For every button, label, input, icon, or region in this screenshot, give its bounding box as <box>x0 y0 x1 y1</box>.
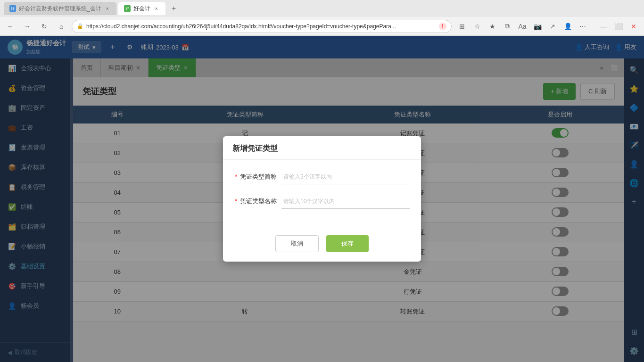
new-tab-button[interactable]: + <box>167 2 181 15</box>
minimize-button[interactable]: — <box>597 20 610 33</box>
full-name-input[interactable] <box>281 194 410 209</box>
form-row-short: * 凭证类型简称 <box>234 169 410 184</box>
modal-title: 新增凭证类型 <box>232 144 412 154</box>
tab-favicon-2: 好 <box>124 5 131 12</box>
modal-overlay: 新增凭证类型 * 凭证类型简称 * 凭证类型名称 取消 保存 <box>0 36 644 362</box>
profile-icon[interactable]: 👤 <box>561 20 574 33</box>
form-label-name: * 凭证类型名称 <box>234 197 277 206</box>
add-voucher-type-modal: 新增凭证类型 * 凭证类型简称 * 凭证类型名称 取消 保存 <box>223 136 421 262</box>
favorites-icon[interactable]: ☆ <box>471 20 484 33</box>
url-text: https://cloud2.chanjet.com/accounting/uh… <box>86 23 436 30</box>
required-indicator: * <box>235 173 237 180</box>
modal-footer: 取消 保存 <box>223 228 421 262</box>
required-indicator-2: * <box>235 197 237 205</box>
browser-tab-1[interactable]: 好 好会计云财务软件管理系统_会计 × <box>4 2 116 15</box>
browser-tab-2[interactable]: 好 好会计 × <box>118 2 165 15</box>
url-box[interactable]: 🔒 https://cloud2.chanjet.com/accounting/… <box>72 20 452 33</box>
cancel-button[interactable]: 取消 <box>275 235 319 252</box>
refresh-button[interactable]: ↻ <box>38 20 51 33</box>
extensions-icon[interactable]: ⊞ <box>455 20 469 33</box>
modal-header: 新增凭证类型 <box>223 136 421 160</box>
home-button[interactable]: ⌂ <box>55 20 68 33</box>
short-name-input[interactable] <box>281 169 410 184</box>
tab-close-2[interactable]: × <box>153 5 160 12</box>
forward-button[interactable]: → <box>21 20 34 33</box>
read-aloud-icon[interactable]: Aa <box>516 20 529 33</box>
close-button[interactable]: ✕ <box>627 20 640 33</box>
browser-chrome: 好 好会计云财务软件管理系统_会计 × 好 好会计 × + ← → ↻ ⌂ 🔒 … <box>0 0 644 36</box>
tab-bar: 好 好会计云财务软件管理系统_会计 × 好 好会计 × + <box>0 0 644 17</box>
save-button[interactable]: 保存 <box>326 235 369 252</box>
form-row-name: * 凭证类型名称 <box>234 194 410 209</box>
lock-icon: 🔒 <box>77 23 83 29</box>
tab-title-2: 好会计 <box>133 5 150 13</box>
menu-icon[interactable]: ⋯ <box>576 20 589 33</box>
tab-close-1[interactable]: × <box>104 5 111 12</box>
form-label-short: * 凭证类型简称 <box>234 173 277 181</box>
collections-icon[interactable]: ★ <box>486 20 499 33</box>
split-view-icon[interactable]: ⧉ <box>501 20 514 33</box>
address-bar: ← → ↻ ⌂ 🔒 https://cloud2.chanjet.com/acc… <box>0 17 644 36</box>
web-capture-icon[interactable]: 📷 <box>531 20 544 33</box>
share-icon[interactable]: ↗ <box>546 20 559 33</box>
modal-body: * 凭证类型简称 * 凭证类型名称 <box>223 160 421 228</box>
tab-title-1: 好会计云财务软件管理系统_会计 <box>19 5 101 13</box>
back-button[interactable]: ← <box>4 20 17 33</box>
security-warning: ! <box>439 23 446 30</box>
maximize-button[interactable]: ⬜ <box>612 20 625 33</box>
tab-favicon-1: 好 <box>9 5 16 12</box>
browser-toolbar: ⊞ ☆ ★ ⧉ Aa 📷 ↗ 👤 ⋯ <box>455 20 589 33</box>
